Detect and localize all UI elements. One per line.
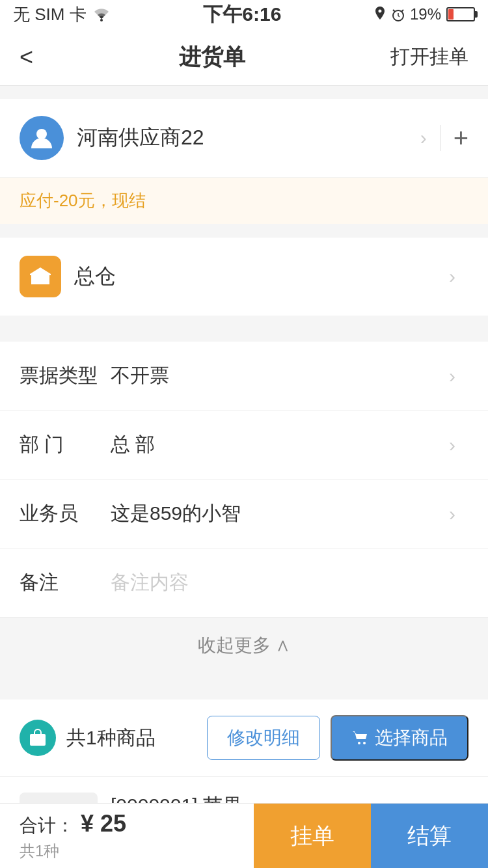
- open-hang-button[interactable]: 打开挂单: [390, 44, 468, 70]
- battery-icon: [446, 7, 475, 21]
- warehouse-section: 总仓 ›: [0, 237, 488, 316]
- svg-point-5: [363, 742, 366, 744]
- warehouse-icon-wrap: [20, 256, 61, 297]
- page-title: 进货单: [179, 42, 245, 72]
- supplier-name: 河南供应商22: [77, 124, 420, 152]
- edit-detail-button[interactable]: 修改明细: [207, 716, 320, 760]
- department-chevron-icon: ›: [449, 434, 455, 456]
- supplier-section: 河南供应商22 › + 应付-20元，现结: [0, 99, 488, 224]
- form-section: 票据类型 不开票 › 部 门 总 部 › 业务员 这是859的小智 › 备注 备…: [0, 342, 488, 617]
- status-time: 下午6:16: [203, 1, 281, 28]
- status-right: 19%: [373, 5, 475, 23]
- salesperson-value: 这是859的小智: [98, 500, 449, 527]
- warehouse-chevron-icon: ›: [449, 265, 455, 288]
- svg-point-0: [100, 19, 103, 21]
- svg-rect-3: [30, 734, 46, 746]
- total-label-row: 合计： ¥ 25: [20, 810, 234, 838]
- remark-label: 备注: [20, 569, 98, 596]
- wifi-icon: [92, 7, 111, 21]
- section-gap-4: [0, 673, 488, 686]
- svg-point-4: [358, 742, 360, 744]
- product-header: 共1种商品 修改明细 选择商品: [0, 699, 488, 777]
- select-product-label: 选择商品: [375, 726, 448, 750]
- section-gap-1: [0, 86, 488, 99]
- user-icon: [29, 125, 55, 151]
- notice-bar: 应付-20元，现结: [0, 178, 488, 224]
- salesperson-label: 业务员: [20, 500, 98, 527]
- battery-percent: 19%: [410, 5, 441, 23]
- department-label: 部 门: [20, 431, 98, 458]
- salesperson-chevron-icon: ›: [449, 503, 455, 525]
- total-sub: 共1种: [20, 841, 234, 861]
- checkout-button[interactable]: 结算: [371, 804, 488, 868]
- product-count: 共1种商品: [66, 725, 207, 752]
- cart-icon: [351, 730, 370, 746]
- back-button[interactable]: <: [20, 44, 33, 71]
- section-gap-2: [0, 224, 488, 237]
- invoice-type-value: 不开票: [98, 362, 449, 389]
- divider: [440, 125, 441, 151]
- section-gap-3: [0, 316, 488, 329]
- carrier-label: 无 SIM 卡: [13, 3, 87, 26]
- bottom-bar: 合计： ¥ 25 共1种 挂单 结算: [0, 803, 488, 868]
- warehouse-name: 总仓: [74, 262, 449, 291]
- invoice-type-row[interactable]: 票据类型 不开票 ›: [0, 342, 488, 411]
- supplier-chevron-icon: ›: [420, 127, 427, 149]
- remark-value: 备注内容: [98, 569, 468, 596]
- invoice-type-chevron-icon: ›: [449, 365, 455, 387]
- warehouse-icon: [29, 265, 52, 288]
- department-row[interactable]: 部 门 总 部 ›: [0, 411, 488, 480]
- status-bar: 无 SIM 卡 下午6:16 19%: [0, 0, 488, 29]
- salesperson-row[interactable]: 业务员 这是859的小智 ›: [0, 480, 488, 549]
- product-icon: [20, 720, 56, 756]
- supplier-row[interactable]: 河南供应商22 › +: [0, 99, 488, 178]
- total-label: 合计：: [20, 813, 74, 838]
- select-product-button[interactable]: 选择商品: [331, 715, 468, 761]
- remark-row[interactable]: 备注 备注内容: [0, 549, 488, 617]
- nav-bar: < 进货单 打开挂单: [0, 29, 488, 86]
- total-amount: ¥ 25: [81, 810, 126, 837]
- hang-button[interactable]: 挂单: [254, 804, 371, 868]
- department-value: 总 部: [98, 431, 449, 458]
- status-left: 无 SIM 卡: [13, 3, 111, 26]
- add-supplier-button[interactable]: +: [454, 124, 468, 153]
- alarm-icon: [390, 7, 406, 22]
- warehouse-row[interactable]: 总仓 ›: [0, 237, 488, 316]
- supplier-avatar: [20, 116, 64, 160]
- invoice-type-label: 票据类型: [20, 362, 98, 389]
- bag-icon: [27, 727, 48, 748]
- total-section: 合计： ¥ 25 共1种: [0, 804, 254, 868]
- svg-point-2: [36, 129, 47, 139]
- collapse-bar[interactable]: 收起更多 ∧: [0, 617, 488, 673]
- location-icon: [373, 7, 386, 22]
